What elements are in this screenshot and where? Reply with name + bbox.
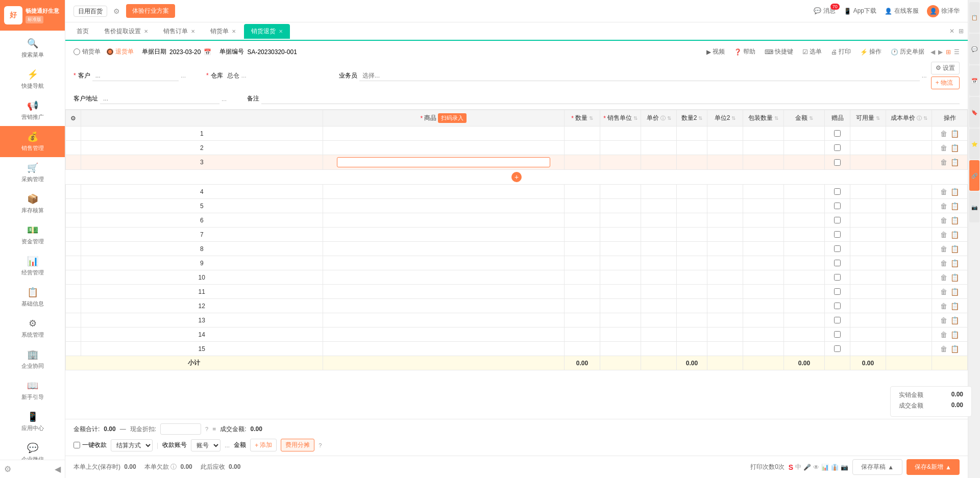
- customer-dots[interactable]: ...: [181, 72, 186, 79]
- right-sidebar-btn-3[interactable]: 📅: [969, 65, 979, 96]
- row-delete-btn[interactable]: 🗑: [940, 273, 947, 282]
- sidebar-item-operation[interactable]: 📊 经营管理: [0, 250, 65, 282]
- sidebar-item-app-center[interactable]: 📱 应用中心: [0, 406, 65, 437]
- row-pack-cell[interactable]: [743, 328, 784, 342]
- row-amount-cell[interactable]: [784, 270, 825, 285]
- row-copy-btn[interactable]: 📋: [950, 188, 959, 196]
- sidebar-item-search[interactable]: 🔍 搜索菜单: [0, 33, 65, 64]
- sidebar-collapse-button[interactable]: ◀: [55, 464, 61, 474]
- split-info-icon[interactable]: ?: [318, 442, 322, 448]
- row-product-cell[interactable]: [323, 342, 565, 356]
- one-click-pay-checkbox[interactable]: [74, 442, 80, 448]
- gift-checkbox[interactable]: [834, 188, 841, 195]
- sidebar-item-wechat[interactable]: 💬 企业微信: [0, 437, 65, 460]
- row-pack-cell[interactable]: [743, 228, 784, 242]
- row-unit2-cell[interactable]: [707, 185, 743, 199]
- account-dots[interactable]: ...: [225, 442, 230, 449]
- right-sidebar-btn-1[interactable]: 📋: [969, 2, 979, 33]
- debt-help-icon[interactable]: ⓘ: [170, 463, 177, 470]
- sidebar-settings-button[interactable]: ⚙: [4, 464, 11, 474]
- row-unit2-cell[interactable]: [707, 328, 743, 342]
- row-copy-btn[interactable]: 📋: [950, 130, 959, 138]
- sidebar-item-system[interactable]: ⚙ 系统管理: [0, 313, 65, 344]
- row-price-cell[interactable]: [641, 285, 677, 299]
- one-click-pay-label[interactable]: 一键收款: [74, 441, 107, 449]
- avail-sort-icon[interactable]: ⇅: [876, 115, 880, 121]
- row-product-cell[interactable]: [323, 270, 565, 285]
- row-gift-cell[interactable]: [825, 228, 850, 242]
- row-cost-cell[interactable]: [886, 285, 932, 299]
- add-logistics-button[interactable]: + 物流: [931, 77, 960, 89]
- staff-dots[interactable]: ...: [922, 72, 927, 79]
- row-product-cell[interactable]: [323, 242, 565, 256]
- settle-method-select[interactable]: 结算方式: [111, 439, 153, 451]
- app-download-button[interactable]: 📱 App下载: [844, 7, 876, 15]
- discount-info-icon[interactable]: ?: [205, 426, 208, 432]
- gift-checkbox[interactable]: [834, 288, 841, 295]
- scan-btn[interactable]: 扫码录入: [438, 113, 467, 123]
- price-info-icon[interactable]: ⓘ: [660, 115, 666, 122]
- row-gift-cell[interactable]: [825, 270, 850, 285]
- row-product-cell[interactable]: [323, 285, 565, 299]
- row-copy-btn[interactable]: 📋: [950, 273, 959, 282]
- row-qty2-cell[interactable]: [677, 328, 707, 342]
- row-qty-cell[interactable]: [565, 313, 600, 328]
- row-avail-cell[interactable]: [850, 185, 886, 199]
- topbar-gear-icon[interactable]: ⚙: [113, 7, 120, 15]
- row-unit-cell[interactable]: [600, 228, 641, 242]
- right-sidebar-btn-5[interactable]: ⭐: [969, 129, 979, 159]
- radio-sales-input[interactable]: [74, 48, 80, 55]
- row-price-cell[interactable]: [641, 299, 677, 313]
- row-pack-cell[interactable]: [743, 285, 784, 299]
- save-new-button[interactable]: 保存&新增 ▲: [906, 459, 960, 475]
- row-copy-btn[interactable]: 📋: [950, 288, 959, 296]
- row-delete-btn[interactable]: 🗑: [940, 202, 947, 210]
- row-price-cell[interactable]: [641, 213, 677, 228]
- remark-input[interactable]: [261, 93, 960, 104]
- row-delete-btn[interactable]: 🗑: [940, 158, 947, 166]
- row-avail-cell[interactable]: [850, 256, 886, 270]
- sidebar-item-marketing[interactable]: 📢 营销推广: [0, 95, 65, 126]
- staff-input[interactable]: [359, 70, 920, 81]
- gift-checkbox[interactable]: [834, 217, 841, 223]
- row-pack-cell[interactable]: [743, 185, 784, 199]
- row-product-cell[interactable]: [323, 313, 565, 328]
- row-cost-cell[interactable]: [886, 141, 932, 155]
- split-button[interactable]: 费用分摊: [281, 439, 314, 451]
- gift-checkbox[interactable]: [834, 345, 841, 352]
- row-gift-cell[interactable]: [825, 155, 850, 170]
- print-btn[interactable]: 🖨 打印: [828, 46, 854, 58]
- row-price-cell[interactable]: [641, 127, 677, 141]
- row-price-cell[interactable]: [641, 242, 677, 256]
- row-qty-cell[interactable]: [565, 127, 600, 141]
- row-unit-cell[interactable]: [600, 342, 641, 356]
- row-avail-cell[interactable]: [850, 213, 886, 228]
- calendar-icon[interactable]: 📅: [204, 48, 211, 56]
- row-copy-btn[interactable]: 📋: [950, 144, 959, 152]
- row-copy-btn[interactable]: 📋: [950, 231, 959, 239]
- daily-select[interactable]: 日用百货: [74, 6, 107, 17]
- row-price-cell[interactable]: [641, 155, 677, 170]
- row-gift-cell[interactable]: [825, 141, 850, 155]
- row-cost-cell[interactable]: [886, 155, 932, 170]
- tabs-expand-icon[interactable]: ⊞: [959, 28, 964, 35]
- row-pack-cell[interactable]: [743, 199, 784, 213]
- gift-checkbox[interactable]: [834, 303, 841, 309]
- row-unit-cell[interactable]: [600, 313, 641, 328]
- history-btn[interactable]: 🕐 历史单据: [888, 46, 927, 58]
- online-service-button[interactable]: 👤 在线客服: [885, 7, 919, 15]
- row-qty2-cell[interactable]: [677, 242, 707, 256]
- row-product-cell[interactable]: [323, 127, 565, 141]
- row-pack-cell[interactable]: [743, 313, 784, 328]
- row-product-cell[interactable]: [323, 213, 565, 228]
- row-amount-cell[interactable]: [784, 127, 825, 141]
- pack-sort-icon[interactable]: ⇅: [774, 115, 778, 121]
- gift-checkbox[interactable]: [834, 317, 841, 323]
- row-avail-cell[interactable]: [850, 242, 886, 256]
- row-unit-cell[interactable]: [600, 328, 641, 342]
- row-unit2-cell[interactable]: [707, 141, 743, 155]
- tab-price-settings[interactable]: 售价提取设置 ✕: [97, 24, 155, 39]
- row-amount-cell[interactable]: [784, 256, 825, 270]
- row-qty2-cell[interactable]: [677, 270, 707, 285]
- row-qty-cell[interactable]: [565, 270, 600, 285]
